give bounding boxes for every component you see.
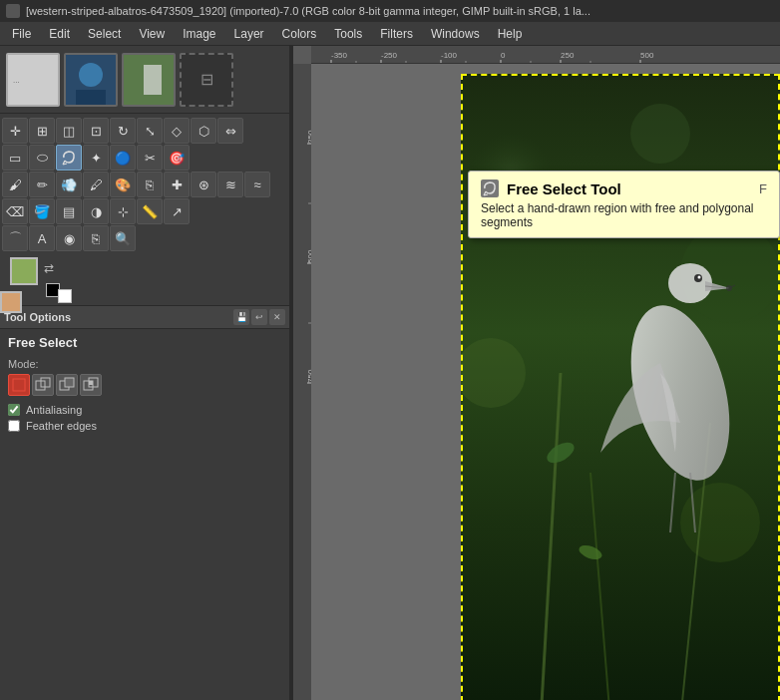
svg-point-44 — [630, 104, 690, 164]
background-color[interactable] — [0, 291, 22, 313]
menu-bar: File Edit Select View Image Layer Colors… — [0, 22, 780, 46]
feather-edges-checkbox[interactable] — [8, 420, 20, 432]
tool-flip[interactable]: ⇔ — [217, 118, 243, 144]
workspace: ··· ⊟ — [0, 46, 780, 700]
image-thumb-1[interactable]: ··· — [6, 53, 60, 107]
tool-fuzzy-select[interactable]: ✦ — [83, 145, 109, 171]
app-icon — [6, 4, 20, 18]
menu-image[interactable]: Image — [175, 25, 223, 43]
tool-row-2: ▭ ⬭ ✦ 🔵 ✂ 🎯 — [2, 145, 287, 171]
feather-edges-row: Feather edges — [8, 420, 281, 432]
options-icon-save[interactable]: 💾 — [233, 309, 249, 325]
menu-edit[interactable]: Edit — [41, 25, 78, 43]
svg-text:0: 0 — [501, 51, 506, 60]
tool-blur-sharpen[interactable]: ≋ — [217, 172, 243, 197]
tool-options-body: Free Select Mode: — [0, 329, 289, 442]
tool-color-picker[interactable]: ⊹ — [110, 198, 136, 224]
image-thumb-3[interactable] — [122, 53, 176, 107]
antialiasing-row: Antialiasing — [8, 404, 281, 416]
tool-pointer[interactable]: ↗ — [164, 198, 190, 224]
tool-myPaint[interactable]: 🎨 — [110, 172, 136, 197]
tool-crop[interactable]: ⊡ — [83, 118, 109, 144]
tool-dodge-burn[interactable]: ◑ — [83, 198, 109, 224]
tool-bucket-fill[interactable]: 🪣 — [29, 198, 55, 224]
tool-options-header: Tool Options 💾 ↩ ✕ — [0, 306, 289, 329]
tool-row-4: ⌫ 🪣 ▤ ◑ ⊹ 📏 ↗ — [2, 198, 287, 224]
canvas-area[interactable]: -350 -250 -100 0 250 500 — [293, 46, 780, 700]
menu-select[interactable]: Select — [80, 25, 129, 43]
tool-name-label: Free Select — [8, 335, 281, 350]
menu-file[interactable]: File — [4, 25, 39, 43]
tool-free-select[interactable] — [56, 145, 82, 171]
menu-layer[interactable]: Layer — [226, 25, 272, 43]
tool-paths[interactable]: ⌒ — [2, 225, 28, 251]
svg-rect-7 — [13, 379, 25, 391]
tool-rows: ✛ ⊞ ◫ ⊡ ↻ ⤡ ◇ ⬡ ⇔ ▭ ⬭ — [0, 114, 289, 255]
tool-foreground-select[interactable]: 🎯 — [164, 145, 190, 171]
tool-smudge[interactable]: ≈ — [244, 172, 270, 197]
tool-move[interactable]: ✛ — [2, 118, 28, 144]
tool-paintbrush[interactable]: 🖌 — [2, 172, 28, 197]
tool-perspective[interactable]: ⬡ — [191, 118, 216, 144]
menu-colors[interactable]: Colors — [274, 25, 325, 43]
mode-add[interactable] — [32, 374, 54, 396]
ruler-vertical: 250 500 750 — [293, 64, 311, 700]
tool-rotate[interactable]: ↻ — [110, 118, 136, 144]
tool-select-by-color[interactable]: 🔵 — [110, 145, 136, 171]
foreground-color[interactable] — [10, 257, 38, 285]
tool-perspective-clone[interactable]: ⊛ — [191, 172, 216, 197]
mode-subtract[interactable] — [56, 374, 78, 396]
menu-filters[interactable]: Filters — [372, 25, 421, 43]
tool-scale[interactable]: ⤡ — [137, 118, 163, 144]
tool-measure[interactable]: 📏 — [137, 198, 163, 224]
svg-rect-6 — [144, 65, 162, 95]
tool-shear[interactable]: ◇ — [164, 118, 190, 144]
antialiasing-checkbox[interactable] — [8, 404, 20, 416]
menu-help[interactable]: Help — [490, 25, 531, 43]
svg-text:···: ··· — [13, 78, 20, 87]
tool-ink[interactable]: 🖊 — [83, 172, 109, 197]
mode-intersect[interactable] — [80, 374, 102, 396]
photo-image — [461, 74, 780, 700]
svg-text:250: 250 — [561, 51, 575, 60]
image-thumb-4[interactable]: ⊟ — [180, 53, 233, 107]
image-thumb-2[interactable] — [64, 53, 118, 107]
tool-heal[interactable]: ✚ — [164, 172, 190, 197]
svg-text:-250: -250 — [381, 51, 398, 60]
svg-point-43 — [471, 134, 551, 213]
tool-align[interactable]: ⊞ — [29, 118, 55, 144]
menu-windows[interactable]: Windows — [423, 25, 488, 43]
feather-edges-label: Feather edges — [26, 420, 97, 432]
tool-row-5: ⌒ A ◉ ⎘ 🔍 — [2, 225, 287, 251]
tool-clone[interactable]: ⎘ — [137, 172, 163, 197]
menu-view[interactable]: View — [131, 25, 173, 43]
antialiasing-label: Antialiasing — [26, 404, 82, 416]
svg-point-57 — [698, 276, 701, 279]
mode-replace[interactable] — [8, 374, 30, 396]
tool-zoom[interactable]: 🔍 — [110, 225, 136, 251]
options-icons: 💾 ↩ ✕ — [233, 309, 285, 325]
tool-ellipse-select[interactable]: ⬭ — [29, 145, 55, 171]
options-icon-close[interactable]: ✕ — [269, 309, 285, 325]
tool-text[interactable]: A — [29, 225, 55, 251]
tool-rect-select[interactable]: ▭ — [2, 145, 28, 171]
tool-eraser[interactable]: ⌫ — [2, 198, 28, 224]
svg-rect-11 — [65, 378, 74, 387]
tool-transform-3d[interactable]: ◫ — [56, 118, 82, 144]
tool-airbrush[interactable]: 💨 — [56, 172, 82, 197]
svg-rect-4 — [76, 90, 106, 105]
swap-colors[interactable]: ⇄ — [44, 261, 54, 275]
tool-row-1: ✛ ⊞ ◫ ⊡ ↻ ⤡ ◇ ⬡ ⇔ — [2, 118, 287, 144]
tool-paint-dynamics[interactable]: ◉ — [56, 225, 82, 251]
tool-pencil[interactable]: ✏ — [29, 172, 55, 197]
tool-script[interactable]: ⎘ — [83, 225, 109, 251]
canvas-content[interactable] — [311, 64, 780, 700]
svg-text:-350: -350 — [331, 51, 348, 60]
menu-tools[interactable]: Tools — [326, 25, 370, 43]
tool-gradient[interactable]: ▤ — [56, 198, 82, 224]
color-area: ⇄ — [0, 255, 289, 305]
svg-rect-14 — [89, 381, 93, 385]
tool-scissors[interactable]: ✂ — [137, 145, 163, 171]
svg-text:500: 500 — [640, 51, 654, 60]
options-icon-restore[interactable]: ↩ — [251, 309, 267, 325]
